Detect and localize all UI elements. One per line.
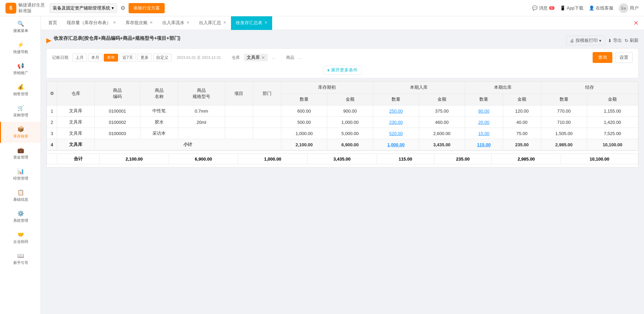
row-bal-qty: 770.00: [541, 105, 587, 117]
row-out-amt: 120.00: [503, 105, 541, 117]
row-in-qty[interactable]: 250.00: [373, 105, 419, 117]
online-service-action[interactable]: 👤 在线客服: [589, 5, 613, 11]
sidebar-item-purchase[interactable]: 🛒 采购管理: [0, 101, 40, 122]
message-label: 消息: [539, 5, 548, 11]
print-button[interactable]: 🖨 按模板打印 ▾: [566, 36, 605, 45]
gear-icon[interactable]: ⚙: [120, 5, 125, 11]
th-group-opening: 库存期初: [281, 82, 373, 94]
expand-row: ▾ 展开更多条件: [52, 66, 633, 75]
sidebar-item-basic[interactable]: 📋 基础信息: [0, 185, 40, 206]
table-footer: 合计 2,100.00 6,900.00 1,000.00 3,435.00 1…: [46, 151, 639, 167]
row-goods-name: 胶水: [141, 117, 178, 128]
subtotal-warehouse: 文具库: [57, 139, 95, 150]
footer-bal-qty: 2,985.00: [492, 154, 561, 164]
warehouse-more[interactable]: ...: [272, 55, 275, 60]
row-open-amt: 5,000.00: [327, 128, 373, 139]
warehouse-tag-close[interactable]: ✕: [261, 55, 265, 60]
expand-button[interactable]: ▾ 展开更多条件: [323, 66, 362, 75]
subtotal-in-amt: 3,435.00: [419, 139, 465, 150]
filter-btn-year[interactable]: 本年: [104, 54, 118, 62]
goods-more[interactable]: ...: [298, 55, 302, 60]
query-button[interactable]: 查询: [593, 52, 612, 63]
sidebar-item-search[interactable]: 🔍 搜索菜单: [0, 16, 40, 37]
row-in-qty[interactable]: 230.00: [373, 117, 419, 128]
subtotal-row: 4 文具库 小计 2,100.00 6,900.00 1,000.00 3,43…: [47, 139, 638, 150]
quick-nav-icon: ⚡: [17, 42, 24, 48]
header-right: 💬 消息 6 📱 App下载 👤 在线客服 Ea 用户: [532, 3, 639, 13]
avatar: Ea: [619, 3, 628, 13]
tab-inout-summary-close[interactable]: ✕: [223, 20, 226, 25]
tab-batch-close[interactable]: ✕: [150, 20, 153, 25]
sidebar-label-search: 搜索菜单: [13, 28, 28, 33]
refresh-icon: ↻: [625, 38, 628, 43]
subtotal-in-qty[interactable]: 1,000.00: [373, 139, 419, 150]
expand-label: 展开更多条件: [331, 67, 358, 73]
subtotal-out-qty[interactable]: 115.00: [465, 139, 503, 150]
refresh-button[interactable]: ↻ 刷新: [625, 37, 639, 44]
collab-icon: 🤝: [17, 231, 24, 238]
close-all-tabs[interactable]: ✕: [631, 19, 641, 27]
user-label: 用户: [630, 5, 639, 11]
tab-inout-summary[interactable]: 出入库汇总 ✕: [194, 16, 231, 30]
sidebar-item-inventory[interactable]: 📦 库存核算: [0, 122, 40, 143]
th-settings[interactable]: ⚙: [47, 82, 57, 105]
user-action[interactable]: Ea 用户: [619, 3, 639, 13]
app-download-action[interactable]: 📱 App下载: [560, 5, 583, 11]
subtotal-open-amt: 6,900.00: [327, 139, 373, 150]
filter-btn-7days[interactable]: 近7天: [119, 54, 136, 62]
row-in-amt: 2,600.00: [419, 128, 465, 139]
row-out-qty[interactable]: 20.00: [465, 117, 503, 128]
row-dept: [253, 117, 281, 128]
sidebar-item-operation[interactable]: 📊 经营管理: [0, 164, 40, 185]
message-action[interactable]: 💬 消息 6: [532, 5, 555, 11]
row-no: 2: [47, 117, 57, 128]
filter-btn-more[interactable]: 更多: [137, 54, 152, 62]
sidebar-item-guide[interactable]: 📖 新手引导: [0, 248, 40, 269]
footer-empty: [47, 154, 57, 164]
row-goods-spec: [178, 128, 225, 139]
row-out-amt: 40.00: [503, 117, 541, 128]
basic-icon: 📋: [17, 189, 24, 196]
sidebar-label-quicknav: 快捷导航: [13, 49, 28, 54]
row-out-qty[interactable]: 80.00: [465, 105, 503, 117]
sidebar-label-sales: 销售管理: [13, 92, 28, 97]
marketing-icon: 📢: [17, 63, 24, 69]
footer-out-qty: 115.00: [377, 154, 434, 164]
tab-inventory-dist[interactable]: 现存量（库存分布表） ✕: [62, 16, 121, 30]
tab-inout-flow-close[interactable]: ✕: [186, 20, 189, 25]
row-out-qty[interactable]: 15.00: [465, 128, 503, 139]
sidebar-item-collab[interactable]: 🤝 企业协同: [0, 227, 40, 248]
filter-btn-current-month[interactable]: 本月: [88, 54, 102, 62]
page-title: 收发存汇总表(按仓库+商品编码+商品+规格型号+项目+部门): [54, 35, 180, 42]
footer-out-amt: 235.00: [434, 154, 492, 164]
filter-btn-custom[interactable]: 自定义: [153, 54, 171, 62]
tab-home[interactable]: 首页: [44, 16, 62, 30]
table-row: 1 文具库 0100001 中性笔 0.7mm 600.00 900.00 25…: [47, 105, 638, 117]
system-selector[interactable]: 装备及固定资产辅助管理系统 ▾: [50, 3, 117, 13]
sidebar-item-finance[interactable]: 💼 资金管理: [0, 143, 40, 164]
tab-inventory-dist-close[interactable]: ✕: [113, 20, 116, 25]
print-dropdown-icon: ▾: [599, 38, 601, 43]
export-button[interactable]: ⬇ 导出: [608, 37, 622, 44]
finance-icon: 💼: [17, 147, 24, 153]
collapse-arrow[interactable]: ▶: [46, 37, 51, 44]
row-open-qty: 1,000.00: [281, 128, 327, 139]
sidebar-item-quicknav[interactable]: ⚡ 快捷导航: [0, 37, 40, 59]
row-in-qty[interactable]: 520.00: [373, 128, 419, 139]
settings-button[interactable]: 设置: [615, 52, 633, 63]
tab-collect-summary-close[interactable]: ✕: [264, 20, 267, 25]
guide-icon: 📖: [17, 252, 24, 259]
sidebar-label-inventory: 库存核算: [13, 134, 28, 139]
filter-btn-last-month[interactable]: 上月: [72, 54, 87, 62]
sidebar-item-marketing[interactable]: 📢 营销推广: [0, 59, 40, 80]
sidebar-item-sales[interactable]: 💰 销售管理: [0, 80, 40, 101]
tab-inout-flow-label: 出入库流水: [162, 20, 184, 26]
trial-button[interactable]: 体验行业方案: [129, 3, 165, 13]
row-open-amt: 900.00: [327, 105, 373, 117]
app-download-label: App下载: [567, 5, 583, 11]
sidebar-item-system[interactable]: ⚙️ 系统管理: [0, 206, 40, 227]
export-icon: ⬇: [608, 38, 612, 43]
tab-batch[interactable]: 库存批次账 ✕: [121, 16, 158, 30]
tab-collect-summary[interactable]: 收发存汇总表 ✕: [231, 16, 272, 30]
tab-inout-flow[interactable]: 出入库流水 ✕: [158, 16, 194, 30]
